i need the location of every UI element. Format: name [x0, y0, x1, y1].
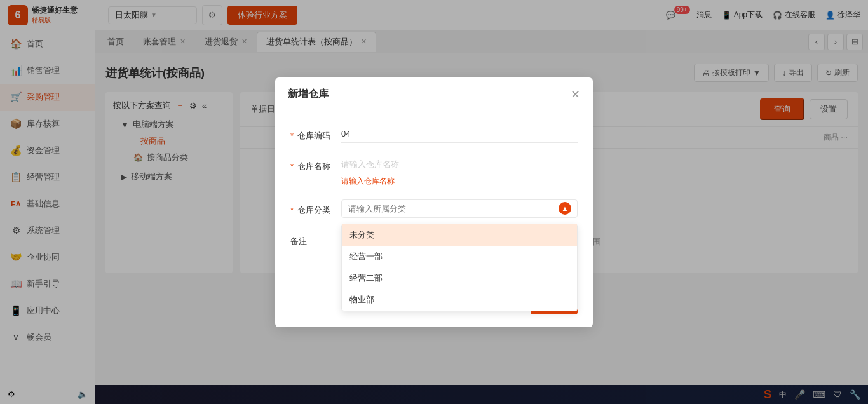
modal-header: 新增仓库 ✕ — [275, 77, 593, 112]
name-input[interactable] — [341, 156, 578, 173]
category-arrow-button[interactable]: ▲ — [559, 202, 571, 215]
category-dropdown: 未分类 经营一部 经营二部 物业部 — [341, 224, 578, 311]
modal-close-button[interactable]: ✕ — [571, 88, 580, 102]
category-input-wrap: ▲ 未分类 经营一部 经营二部 物业部 — [341, 199, 578, 218]
code-row: * 仓库编码 — [290, 125, 578, 143]
modal-title: 新增仓库 — [288, 88, 329, 101]
category-row: * 仓库分类 ▲ 未分类 经营一部 经营二部 物业部 — [290, 199, 578, 218]
name-input-wrap: 请输入仓库名称 — [341, 156, 578, 187]
add-warehouse-modal: 新增仓库 ✕ * 仓库编码 * 仓库名称 — [275, 77, 593, 327]
name-label: * 仓库名称 — [290, 156, 341, 172]
modal-body: * 仓库编码 * 仓库名称 请输入仓库名称 — [275, 112, 593, 285]
modal-overlay: 新增仓库 ✕ * 仓库编码 * 仓库名称 — [0, 0, 868, 404]
name-row: * 仓库名称 请输入仓库名称 — [290, 156, 578, 187]
code-input-wrap — [341, 125, 578, 143]
category-input[interactable] — [341, 199, 578, 218]
category-label: * 仓库分类 — [290, 199, 341, 216]
code-input[interactable] — [341, 125, 578, 143]
remark-label: 备注 — [290, 231, 341, 247]
dropdown-item-dept1[interactable]: 经营一部 — [342, 246, 577, 267]
dropdown-item-dept2[interactable]: 经营二部 — [342, 267, 577, 289]
dropdown-item-unclassified[interactable]: 未分类 — [342, 224, 577, 246]
name-error-message: 请输入仓库名称 — [341, 176, 578, 187]
code-label: * 仓库编码 — [290, 125, 341, 142]
dropdown-item-dept3[interactable]: 物业部 — [342, 289, 577, 311]
